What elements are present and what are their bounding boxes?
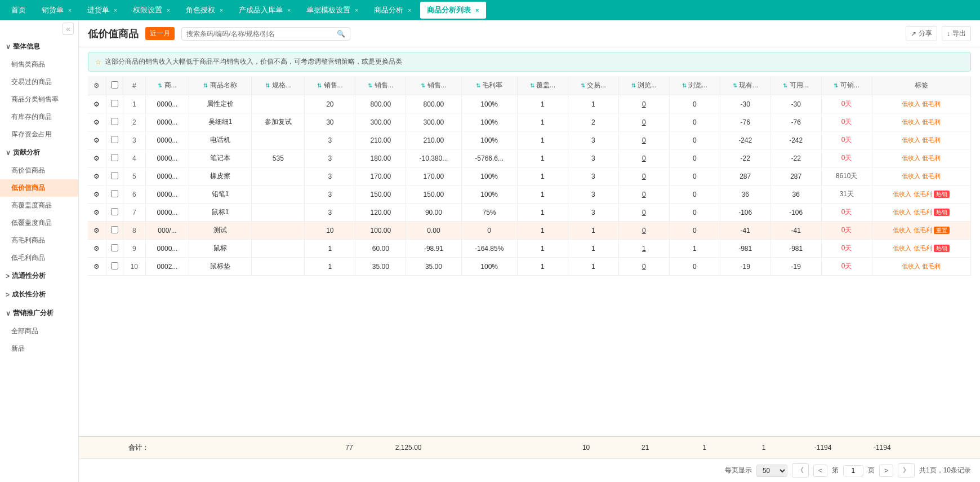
row-checkbox-cell[interactable] — [106, 258, 123, 276]
row-checkbox-cell[interactable] — [106, 149, 123, 167]
row-checkbox[interactable] — [111, 118, 118, 125]
row-browse1[interactable]: 0 — [618, 95, 669, 113]
period-tag[interactable]: 近一月 — [145, 27, 175, 40]
first-page-btn[interactable]: 《 — [792, 463, 809, 477]
row-checkbox[interactable] — [111, 208, 118, 215]
row-browse1[interactable]: 0 — [618, 185, 669, 204]
row-checkbox[interactable] — [111, 154, 118, 161]
browse-link[interactable]: 0 — [642, 136, 646, 144]
row-settings[interactable]: ⚙ — [88, 240, 106, 258]
th-coverage[interactable]: ⇅ 覆盖... — [517, 76, 568, 95]
th-stock-avail[interactable]: ⇅ 可用... — [770, 76, 821, 95]
browse-link[interactable]: 0 — [642, 227, 646, 235]
row-settings[interactable]: ⚙ — [88, 149, 106, 167]
row-checkbox-cell[interactable] — [106, 204, 123, 222]
th-trade[interactable]: ⇅ 交易... — [568, 76, 618, 95]
row-checkbox-cell[interactable] — [106, 240, 123, 258]
nav-product-stock[interactable]: 产成品入库单 × — [232, 2, 297, 19]
row-settings[interactable]: ⚙ — [88, 113, 106, 131]
th-sales-qty[interactable]: ⇅ 销售... — [305, 76, 355, 95]
table-container[interactable]: ⚙ # ⇅ 商... ⇅ 商品名称 ⇅ 规格... ⇅ 销售... ⇅ 销售..… — [79, 76, 980, 436]
row-browse1[interactable]: 0 — [618, 167, 669, 185]
row-checkbox[interactable] — [111, 262, 118, 269]
table-row[interactable]: ⚙ 10 0002... 鼠标垫 1 35.00 35.00 100% 1 1 … — [88, 258, 971, 276]
sidebar-item-low-coverage[interactable]: 低覆盖度商品 — [0, 214, 78, 232]
row-browse1[interactable]: 0 — [618, 149, 669, 167]
collapse-btn[interactable]: « — [0, 20, 78, 37]
browse-link[interactable]: 0 — [642, 100, 646, 108]
row-checkbox-cell[interactable] — [106, 95, 123, 113]
per-page-select[interactable]: 50 100 200 — [756, 465, 787, 477]
nav-purchase[interactable]: 进货单 × — [81, 2, 124, 19]
row-browse1[interactable]: 0 — [618, 131, 669, 149]
row-settings[interactable]: ⚙ — [88, 204, 106, 222]
prev-page-btn[interactable]: < — [813, 465, 827, 477]
sidebar-item-new-goods[interactable]: 新品 — [0, 340, 78, 357]
sidebar-group-contribution[interactable]: ∨ 贡献分析 — [0, 143, 78, 162]
th-saleable[interactable]: ⇅ 可销... — [821, 76, 872, 95]
th-browse1[interactable]: ⇅ 浏览... — [618, 76, 669, 95]
table-row[interactable]: ⚙ 7 0000... 鼠标1 3 120.00 90.00 75% 1 3 0… — [88, 204, 971, 222]
browse-link[interactable]: 0 — [642, 118, 646, 126]
row-settings[interactable]: ⚙ — [88, 258, 106, 276]
last-page-btn[interactable]: 》 — [898, 463, 915, 477]
th-sales-price[interactable]: ⇅ 销售... — [355, 76, 406, 95]
sidebar-item-traded[interactable]: 交易过的商品 — [0, 73, 78, 91]
sidebar-item-sales-goods[interactable]: 销售类商品 — [0, 56, 78, 73]
nav-sales[interactable]: 销货单 × — [35, 2, 78, 19]
browse-link[interactable]: 0 — [642, 173, 646, 180]
nav-permissions[interactable]: 权限设置 × — [126, 2, 177, 19]
table-row[interactable]: ⚙ 1 0000... 属性定价 20 800.00 800.00 100% 1… — [88, 95, 971, 113]
share-button[interactable]: ↗ 分享 — [906, 26, 937, 41]
row-browse1[interactable]: 0 — [618, 113, 669, 131]
th-stock-cur[interactable]: ⇅ 现有... — [720, 76, 770, 95]
export-button[interactable]: ↓ 导出 — [942, 26, 971, 41]
sidebar-item-high-margin[interactable]: 高毛利商品 — [0, 232, 78, 249]
sidebar-item-low-value[interactable]: 低价值商品 — [0, 179, 78, 197]
browse-link[interactable]: 0 — [642, 263, 646, 271]
row-checkbox[interactable] — [111, 100, 118, 107]
row-settings[interactable]: ⚙ — [88, 222, 106, 240]
row-checkbox-cell[interactable] — [106, 185, 123, 204]
sidebar-group-circulation[interactable]: > 流通性分析 — [0, 267, 78, 285]
row-browse1[interactable]: 0 — [618, 222, 669, 240]
sidebar-item-in-stock[interactable]: 有库存的商品 — [0, 108, 78, 126]
row-settings[interactable]: ⚙ — [88, 131, 106, 149]
row-checkbox-cell[interactable] — [106, 167, 123, 185]
row-checkbox[interactable] — [111, 172, 118, 179]
next-page-btn[interactable]: > — [879, 465, 893, 477]
sidebar-item-all-goods[interactable]: 全部商品 — [0, 322, 78, 340]
row-browse1[interactable]: 0 — [618, 258, 669, 276]
collapse-icon[interactable]: « — [63, 23, 74, 35]
table-row[interactable]: ⚙ 5 0000... 橡皮擦 3 170.00 170.00 100% 1 3… — [88, 167, 971, 185]
sidebar-group-growth[interactable]: > 成长性分析 — [0, 285, 78, 304]
th-spec[interactable]: ⇅ 规格... — [252, 76, 305, 95]
th-margin[interactable]: ⇅ 毛利率 — [461, 76, 517, 95]
row-browse1[interactable]: 1 — [618, 240, 669, 258]
table-row[interactable]: ⚙ 8 000/... 测试 10 100.00 0.00 0 1 1 0 0 … — [88, 222, 971, 240]
page-input[interactable] — [843, 465, 863, 476]
row-settings[interactable]: ⚙ — [88, 95, 106, 113]
row-settings[interactable]: ⚙ — [88, 185, 106, 204]
table-row[interactable]: ⚙ 4 0000... 笔记本 535 3 180.00 -10,380... … — [88, 149, 971, 167]
sidebar-item-low-margin[interactable]: 低毛利商品 — [0, 249, 78, 267]
row-checkbox-cell[interactable] — [106, 113, 123, 131]
th-settings[interactable]: ⚙ — [88, 76, 106, 95]
table-row[interactable]: ⚙ 3 0000... 电话机 3 210.00 210.00 100% 1 3… — [88, 131, 971, 149]
browse-link[interactable]: 1 — [642, 245, 646, 253]
th-checkbox[interactable] — [106, 76, 123, 95]
sidebar-group-overall[interactable]: ∨ 整体信息 — [0, 37, 78, 56]
th-code[interactable]: ⇅ 商... — [146, 76, 189, 95]
nav-template[interactable]: 单据模板设置 × — [300, 2, 365, 19]
th-sales-total[interactable]: ⇅ 销售... — [406, 76, 461, 95]
nav-analysis[interactable]: 商品分析 × — [367, 2, 418, 19]
nav-analysis-list[interactable]: 商品分析列表 × — [420, 2, 485, 19]
sidebar-item-category-rate[interactable]: 商品分类销售率 — [0, 91, 78, 108]
row-browse1[interactable]: 0 — [618, 204, 669, 222]
sidebar-item-high-value[interactable]: 高价值商品 — [0, 162, 78, 179]
search-input[interactable] — [186, 30, 335, 38]
row-checkbox[interactable] — [111, 244, 118, 251]
th-browse2[interactable]: ⇅ 浏览... — [669, 76, 720, 95]
row-checkbox[interactable] — [111, 190, 118, 197]
table-row[interactable]: ⚙ 6 0000... 铅笔1 3 150.00 150.00 100% 1 3… — [88, 185, 971, 204]
